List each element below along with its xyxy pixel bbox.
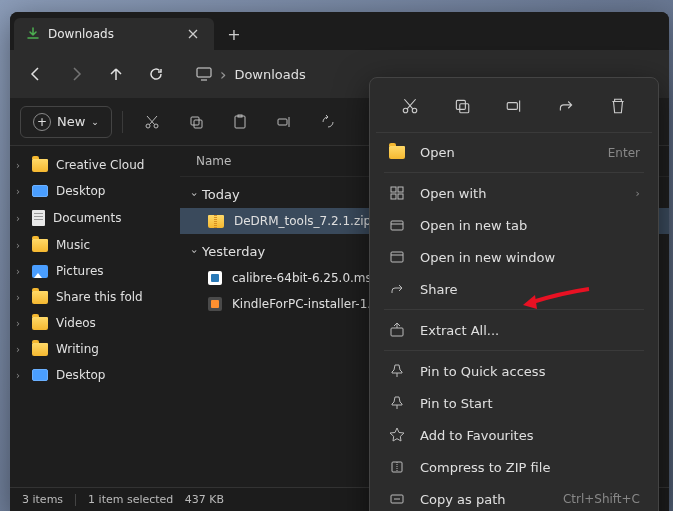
chevron-right-icon: › xyxy=(16,370,20,381)
sidebar-item-videos[interactable]: ›Videos xyxy=(10,310,180,336)
sidebar-item-writing[interactable]: ›Writing xyxy=(10,336,180,362)
cut-icon[interactable] xyxy=(133,104,171,140)
sidebar-item-label: Documents xyxy=(53,211,121,225)
rename-icon[interactable] xyxy=(498,90,530,122)
sidebar-item-label: Desktop xyxy=(56,368,106,382)
close-icon[interactable] xyxy=(184,25,202,43)
chevron-down-icon: › xyxy=(189,250,200,254)
context-open[interactable]: OpenEnter xyxy=(376,137,652,168)
status-selected: 1 item selected xyxy=(88,493,173,506)
sidebar-item-desktop[interactable]: ›Desktop xyxy=(10,178,180,204)
sidebar-item-creative-cloud[interactable]: ›Creative Cloud xyxy=(10,152,180,178)
context-item-label: Open xyxy=(420,145,594,160)
tab-downloads[interactable]: Downloads xyxy=(14,18,214,50)
chevron-right-icon: › xyxy=(16,344,20,355)
chevron-right-icon: › xyxy=(16,292,20,303)
svg-rect-0 xyxy=(197,68,211,77)
sidebar-item-label: Pictures xyxy=(56,264,104,278)
context-item-label: Pin to Start xyxy=(420,396,640,411)
address-bar[interactable]: › Downloads xyxy=(186,59,316,90)
shortcut: Ctrl+Shift+C xyxy=(563,492,640,506)
folder-icon xyxy=(388,146,406,159)
separator xyxy=(384,350,644,351)
share-icon xyxy=(388,281,406,297)
context-extract-all-[interactable]: Extract All... xyxy=(376,314,652,346)
chevron-down-icon: ⌄ xyxy=(91,117,99,127)
pin-icon xyxy=(388,363,406,379)
context-copy-as-path[interactable]: Copy as pathCtrl+Shift+C xyxy=(376,483,652,511)
status-size: 437 KB xyxy=(185,493,224,506)
tab-title: Downloads xyxy=(48,27,176,41)
file-name: calibre-64bit-6.25.0.msi xyxy=(232,271,375,285)
share-icon[interactable] xyxy=(309,104,347,140)
context-compress-to-zip-file[interactable]: Compress to ZIP file xyxy=(376,451,652,483)
svg-point-9 xyxy=(412,108,417,113)
back-button[interactable] xyxy=(18,56,54,92)
svg-rect-15 xyxy=(391,194,396,199)
svg-rect-7 xyxy=(278,119,287,125)
sidebar: ›Creative Cloud›Desktop›Documents›Music›… xyxy=(10,146,180,487)
delete-icon[interactable] xyxy=(602,90,634,122)
file-name: DeDRM_tools_7.2.1.zip xyxy=(234,214,371,228)
chevron-right-icon: › xyxy=(16,186,20,197)
context-open-in-new-tab[interactable]: Open in new tab xyxy=(376,209,652,241)
svg-rect-19 xyxy=(391,328,403,336)
context-item-label: Extract All... xyxy=(420,323,640,338)
rename-icon[interactable] xyxy=(265,104,303,140)
context-pin-to-start[interactable]: Pin to Start xyxy=(376,387,652,419)
chevron-right-icon: › xyxy=(16,213,20,224)
sidebar-item-documents[interactable]: ›Documents xyxy=(10,204,180,232)
copy-icon[interactable] xyxy=(446,90,478,122)
context-item-label: Copy as path xyxy=(420,492,549,507)
separator xyxy=(384,309,644,310)
new-tab-button[interactable]: + xyxy=(214,18,254,50)
separator xyxy=(75,494,76,506)
cut-icon[interactable] xyxy=(394,90,426,122)
svg-rect-3 xyxy=(191,117,199,125)
group-label: Yesterday xyxy=(202,244,265,259)
context-add-to-favourites[interactable]: Add to Favourites xyxy=(376,419,652,451)
svg-rect-5 xyxy=(235,116,245,128)
titlebar: Downloads + xyxy=(10,12,669,50)
download-icon xyxy=(26,27,40,41)
new-label: New xyxy=(57,114,85,129)
separator xyxy=(384,172,644,173)
svg-rect-16 xyxy=(398,194,403,199)
svg-rect-17 xyxy=(391,221,403,230)
separator xyxy=(122,111,123,133)
sidebar-item-share-this-fold[interactable]: ›Share this fold xyxy=(10,284,180,310)
new-button[interactable]: + New ⌄ xyxy=(20,106,112,138)
sidebar-item-pictures[interactable]: ›Pictures xyxy=(10,258,180,284)
context-item-label: Add to Favourites xyxy=(420,428,640,443)
context-open-with[interactable]: Open with› xyxy=(376,177,652,209)
copy-icon[interactable] xyxy=(177,104,215,140)
context-share[interactable]: Share xyxy=(376,273,652,305)
sidebar-item-label: Creative Cloud xyxy=(56,158,144,172)
openwith-icon xyxy=(388,185,406,201)
paste-icon[interactable] xyxy=(221,104,259,140)
svg-rect-4 xyxy=(194,120,202,128)
sidebar-item-music[interactable]: ›Music xyxy=(10,232,180,258)
chevron-right-icon: › xyxy=(16,266,20,277)
sidebar-item-label: Videos xyxy=(56,316,96,330)
breadcrumb-current: Downloads xyxy=(234,67,305,82)
context-pin-to-quick-access[interactable]: Pin to Quick access xyxy=(376,355,652,387)
svg-rect-11 xyxy=(460,104,469,113)
plus-icon: + xyxy=(33,113,51,131)
context-item-label: Open with xyxy=(420,186,622,201)
forward-button[interactable] xyxy=(58,56,94,92)
context-open-in-new-window[interactable]: Open in new window xyxy=(376,241,652,273)
chevron-right-icon: › xyxy=(16,240,20,251)
shortcut: Enter xyxy=(608,146,640,160)
context-item-label: Share xyxy=(420,282,640,297)
svg-rect-13 xyxy=(391,187,396,192)
refresh-button[interactable] xyxy=(138,56,174,92)
svg-rect-14 xyxy=(398,187,403,192)
sidebar-item-desktop[interactable]: ›Desktop xyxy=(10,362,180,388)
sidebar-item-label: Desktop xyxy=(56,184,106,198)
up-button[interactable] xyxy=(98,56,134,92)
context-quick-actions xyxy=(376,84,652,133)
sidebar-item-label: Share this fold xyxy=(56,290,143,304)
context-menu: OpenEnterOpen with›Open in new tabOpen i… xyxy=(369,77,659,511)
share-icon[interactable] xyxy=(550,90,582,122)
